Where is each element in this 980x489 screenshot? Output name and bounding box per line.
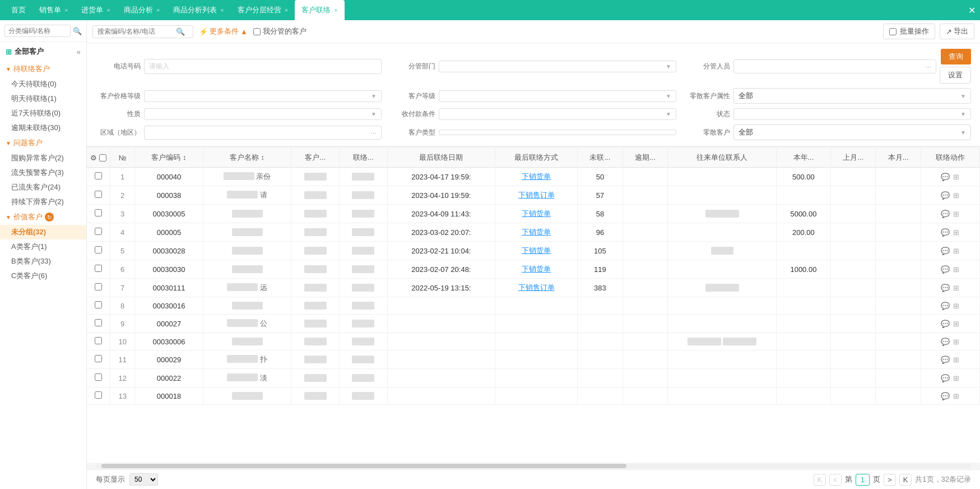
filter-input-staff[interactable]: ···	[733, 59, 936, 73]
prev-page-button[interactable]: <	[829, 474, 842, 486]
chat-icon[interactable]: 💬	[941, 338, 950, 346]
nav-item-product-list[interactable]: 商品分析列表 ×	[166, 0, 230, 20]
row-checkbox[interactable]	[95, 228, 102, 235]
chat-icon[interactable]: 💬	[941, 320, 950, 328]
sidebar-item-churned[interactable]: 已流失客户(24)	[0, 180, 86, 195]
nav-item-customer-contact[interactable]: 客户联络 ×	[295, 0, 344, 20]
sidebar-item-7days[interactable]: 近7天待联络(0)	[0, 106, 86, 121]
grid-action-icon[interactable]: ⊞	[953, 302, 959, 310]
scrollbar-thumb[interactable]	[101, 464, 626, 468]
sidebar-item-today[interactable]: 今天待联络(0)	[0, 77, 86, 91]
nav-item-purchase[interactable]: 进货单 ×	[75, 0, 117, 20]
chat-icon[interactable]: 💬	[941, 173, 950, 181]
filter-input-customer-level[interactable]: ▼	[439, 90, 676, 102]
current-page-input[interactable]: 1	[856, 474, 870, 486]
chat-icon[interactable]: 💬	[941, 392, 950, 400]
filter-more-conditions[interactable]: ⚡ 更多条件 ▲	[199, 26, 248, 36]
sidebar-item-class-a[interactable]: A类客户(1)	[0, 239, 86, 254]
row-checkbox[interactable]	[95, 391, 102, 399]
grid-action-icon[interactable]: ⊞	[953, 247, 959, 255]
first-page-button[interactable]: K	[814, 474, 826, 486]
filter-input-payment[interactable]: ▼	[439, 108, 676, 120]
col-last-date[interactable]: 最后联络日期	[387, 148, 495, 168]
grid-action-icon[interactable]: ⊞	[953, 210, 959, 218]
row-checkbox[interactable]	[95, 337, 102, 344]
sidebar-item-tomorrow[interactable]: 明天待联络(1)	[0, 91, 86, 106]
sidebar-item-class-c[interactable]: C类客户(6)	[0, 269, 86, 283]
chat-icon[interactable]: 💬	[941, 247, 950, 255]
sidebar-all-customers[interactable]: ⊞ 全部客户 «	[0, 42, 86, 61]
filter-input-phone[interactable]: 请输入	[144, 59, 382, 74]
chat-icon[interactable]: 💬	[941, 356, 950, 364]
chat-icon[interactable]: 💬	[941, 191, 950, 200]
settings-icon[interactable]: ⚙	[90, 154, 97, 162]
next-page-button[interactable]: >	[884, 474, 896, 486]
close-icon[interactable]: ×	[220, 7, 224, 13]
close-icon[interactable]: ×	[285, 7, 288, 13]
sidebar-group-title-pending[interactable]: ▼ 待联络客户	[0, 61, 86, 77]
col-name[interactable]: 客户名称 ↕	[203, 148, 291, 168]
export-button[interactable]: ↗ 导出	[940, 24, 974, 39]
row-checkbox[interactable]	[95, 209, 102, 216]
close-icon[interactable]: ×	[156, 7, 160, 13]
grid-action-icon[interactable]: ⊞	[953, 392, 959, 400]
row-checkbox[interactable]	[95, 319, 102, 326]
filter-input-status[interactable]: ▼	[733, 108, 971, 120]
col-unit-contact[interactable]: 往来单位联系人	[668, 148, 777, 168]
sidebar-item-overdue[interactable]: 逾期未联络(30)	[0, 121, 86, 135]
row-checkbox[interactable]	[95, 265, 102, 272]
filter-input-retail-attr[interactable]: 全部 ▼	[733, 88, 971, 104]
chat-icon[interactable]: 💬	[941, 284, 950, 292]
grid-action-icon[interactable]: ⊞	[953, 265, 959, 274]
col-code[interactable]: 客户编码 ↕	[135, 148, 203, 168]
collapse-icon[interactable]: «	[77, 48, 81, 56]
row-checkbox[interactable]	[95, 283, 102, 290]
close-icon[interactable]: ×	[106, 7, 110, 13]
nav-item-product-analysis[interactable]: 商品分析 ×	[117, 0, 166, 20]
global-close-icon[interactable]: ✕	[968, 5, 976, 16]
my-customers-checkbox[interactable]	[253, 28, 261, 35]
batch-ops-button[interactable]: 批量操作	[883, 24, 935, 39]
sidebar-group-title-problem[interactable]: ▼ 问题客户	[0, 135, 86, 151]
sidebar-item-churn-warning[interactable]: 流失预警客户(3)	[0, 165, 86, 180]
col-last-month[interactable]: 上月...	[830, 148, 876, 168]
nav-item-home[interactable]: 首页	[4, 0, 32, 20]
grid-action-icon[interactable]: ⊞	[953, 173, 959, 181]
grid-action-icon[interactable]: ⊞	[953, 191, 959, 200]
row-checkbox[interactable]	[95, 373, 102, 381]
select-all-checkbox[interactable]	[99, 154, 106, 162]
col-contact[interactable]: 联络...	[339, 148, 387, 168]
horizontal-scrollbar[interactable]	[96, 464, 971, 468]
grid-action-icon[interactable]: ⊞	[953, 228, 959, 237]
col-last-method[interactable]: 最后联络方式	[495, 148, 578, 168]
close-icon[interactable]: ×	[64, 7, 68, 13]
col-customer-level[interactable]: 客户...	[291, 148, 340, 168]
sidebar-item-ungrouped[interactable]: 未分组(32)	[0, 225, 86, 239]
reset-button[interactable]: 设置	[940, 67, 971, 84]
grid-action-icon[interactable]: ⊞	[953, 338, 959, 346]
col-overdue[interactable]: 逾期...	[623, 148, 668, 168]
filter-search-input[interactable]	[97, 27, 176, 35]
chat-icon[interactable]: 💬	[941, 302, 950, 310]
row-checkbox[interactable]	[95, 246, 102, 253]
last-page-button[interactable]: K	[899, 474, 912, 486]
sidebar-search-input[interactable]	[4, 25, 71, 37]
filter-input-nature[interactable]: ▼	[144, 108, 382, 120]
close-icon[interactable]: ×	[334, 7, 337, 13]
sidebar-search-icon[interactable]: 🔍	[73, 27, 82, 35]
col-settings[interactable]: ⚙	[87, 148, 110, 168]
grid-action-icon[interactable]: ⊞	[953, 356, 959, 364]
col-this-month[interactable]: 本月...	[876, 148, 921, 168]
col-this-year[interactable]: 本年...	[776, 148, 830, 168]
chat-icon[interactable]: 💬	[941, 265, 950, 274]
filter-input-area[interactable]: ···	[144, 126, 382, 140]
row-checkbox[interactable]	[95, 301, 102, 308]
chat-icon[interactable]: 💬	[941, 210, 950, 218]
filter-input-dept[interactable]: ▼	[439, 61, 676, 72]
query-button[interactable]: 查询	[941, 49, 971, 64]
per-page-select[interactable]: 50 100 200	[129, 473, 158, 486]
col-no-contact[interactable]: 未联...	[578, 148, 623, 168]
row-checkbox[interactable]	[95, 191, 102, 198]
sidebar-group-title-value[interactable]: ▼ 价值客户 ↻	[0, 209, 86, 225]
sidebar-item-hoarding[interactable]: 囤购异常客户(2)	[0, 151, 86, 165]
